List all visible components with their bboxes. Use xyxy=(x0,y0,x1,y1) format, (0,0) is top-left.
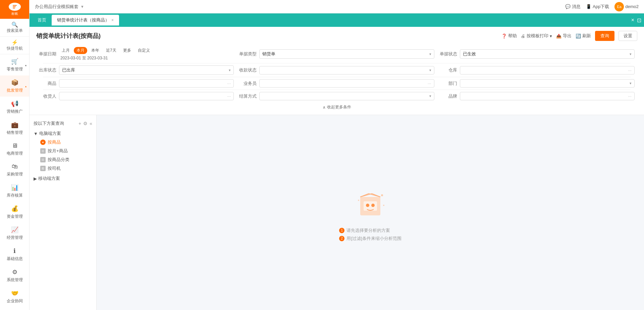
user-menu[interactable]: Ea demo2 xyxy=(614,2,639,11)
brand-label: 品牌 xyxy=(440,93,460,99)
scheme-item-by-goods[interactable]: ● 按商品 xyxy=(30,138,96,147)
receiver-dots-icon[interactable]: ··· xyxy=(227,94,231,99)
header-left: 办公用品行业模拟账套 ▾ xyxy=(35,4,84,10)
warehouse-input[interactable]: ··· xyxy=(460,66,635,74)
tab-active[interactable]: 销货单统计计表（按商品） × xyxy=(52,15,119,25)
dropdown-arrow-icon[interactable]: ▾ xyxy=(81,4,84,9)
goods-input[interactable]: ··· xyxy=(59,79,234,88)
sidebar-item-collab[interactable]: 🤝 企业协同 xyxy=(0,286,29,307)
message-btn[interactable]: 💬 消息 xyxy=(565,4,581,10)
filter-date-cell: 单据日期 上月 本月 本年 近7天 更多 自定义 2023-03-01 至 20… xyxy=(36,45,236,63)
refresh-icon: 🔄 xyxy=(576,34,581,39)
date-tab-last-month[interactable]: 上月 xyxy=(59,47,72,54)
avatar: Ea xyxy=(614,2,624,11)
goods-label: 商品 xyxy=(39,81,59,87)
svg-point-5 xyxy=(381,194,383,196)
active-scheme-icon: ● xyxy=(40,140,46,145)
outstatus-label: 出库状态 xyxy=(39,67,59,73)
sidebar-item-purchase[interactable]: 🛍 采购管理 xyxy=(0,160,29,180)
date-tab-this-year[interactable]: 本年 xyxy=(89,47,102,54)
receiver-input[interactable]: ··· xyxy=(59,92,234,100)
collapse-arrow-icon: ∧ xyxy=(323,105,326,110)
page-actions: ❓ 帮助 🖨 按模板打印 ▾ 📤 导出 🔄 刷新 xyxy=(501,31,637,41)
salesperson-dots-icon[interactable]: ··· xyxy=(428,81,431,86)
sidebar-item-newbie[interactable]: 🎯 新手引导 xyxy=(0,307,29,310)
scheme-subitem-icon-1: 目 xyxy=(40,148,46,154)
settings-btn[interactable]: 设置 xyxy=(619,31,637,41)
sidebar-item-retail[interactable]: 🛒 零售管理 xyxy=(0,54,29,75)
collapse-btn[interactable]: ∧ 收起更多条件 xyxy=(36,102,637,112)
sidebar-item-finance[interactable]: 💰 资金管理 xyxy=(0,202,29,223)
collapse-scheme-icon[interactable]: « xyxy=(90,121,92,126)
mobile-scheme-group[interactable]: ▶ 移动端方案 xyxy=(30,174,96,183)
sidebar-item-system[interactable]: ⚙ 系统管理 xyxy=(0,265,29,286)
logo-icon xyxy=(9,3,21,11)
settlement-select[interactable]: ▾ xyxy=(259,92,434,100)
doc-type-select[interactable]: 销货单 ▾ xyxy=(259,49,434,59)
filter-row-4: 收货人 ··· 结算方式 ▾ 品牌 xyxy=(36,90,637,102)
sidebar-item-basic[interactable]: ℹ 基础信息 xyxy=(0,244,29,265)
scheme-item-by-driver[interactable]: 图 按司机 xyxy=(30,164,96,173)
tab-bar: 首页 销货单统计计表（按商品） × × ⊡ xyxy=(30,13,644,27)
app-download-btn[interactable]: 📱 App下载 xyxy=(586,4,609,10)
filter-goods-cell: 商品 ··· xyxy=(36,77,236,90)
brand-dots-icon[interactable]: ··· xyxy=(628,94,632,99)
filter-salesperson-cell: 业务员 ··· xyxy=(236,77,437,90)
maximize-btn[interactable]: ⊡ xyxy=(637,17,641,23)
minimize-btn[interactable]: × xyxy=(631,17,634,23)
pc-scheme-group[interactable]: ▼ 电脑端方案 xyxy=(30,129,96,138)
goods-dots-icon[interactable]: ··· xyxy=(227,81,231,86)
date-tab-custom[interactable]: 自定义 xyxy=(135,47,153,54)
tab-home[interactable]: 首页 xyxy=(32,15,52,25)
doc-status-select[interactable]: 已生效 ▾ xyxy=(460,49,635,59)
left-panel-title: 按以下方案查询 xyxy=(34,120,64,126)
sidebar-item-marketing[interactable]: 📢 营销推广 xyxy=(0,97,29,118)
filter-row-3: 商品 ··· 业务员 ··· 部门 xyxy=(36,77,637,90)
sidebar-search-item[interactable]: 🔍 搜索菜单 xyxy=(0,19,29,37)
empty-illustration xyxy=(350,182,390,222)
date-tabs: 上月 本月 本年 近7天 更多 自定义 xyxy=(59,47,234,54)
sidebar-item-sales[interactable]: 💼 销售管理 xyxy=(0,118,29,139)
department-select[interactable]: ▾ xyxy=(460,79,635,88)
sidebar: 标账 🔍 搜索菜单 ⚡ 快捷导航 🛒 零售管理 📦 批发管理 📢 营销推广 💼 … xyxy=(0,0,30,310)
sidebar-item-ecommerce[interactable]: 🖥 电商管理 xyxy=(0,139,29,160)
filter-receiptstatus-cell: 收款状态 ▾ xyxy=(236,63,437,77)
date-range[interactable]: 2023-03-01 至 2023-03-31 xyxy=(60,55,234,61)
date-tab-more[interactable]: 更多 xyxy=(120,47,134,54)
scheme-item-by-month-goods[interactable]: 目 按月+商品 xyxy=(30,147,96,155)
logo-area: 标账 xyxy=(0,0,29,19)
sidebar-item-operations[interactable]: 📈 经营管理 xyxy=(0,223,29,244)
filter-row-2: 出库状态 已出库 ▾ 收款状态 ▾ 仓库 xyxy=(36,63,637,77)
query-btn[interactable]: 查询 xyxy=(595,31,614,41)
salesperson-input[interactable]: ··· xyxy=(259,79,434,88)
tab-close-icon[interactable]: × xyxy=(111,18,114,22)
salesperson-label: 业务员 xyxy=(239,81,259,87)
sidebar-item-inventory[interactable]: 📊 库存核算 xyxy=(0,180,29,202)
brand-input[interactable]: ··· xyxy=(460,92,635,100)
sidebar-item-wholesale[interactable]: 📦 批发管理 xyxy=(0,75,29,97)
sidebar-quick-nav-item[interactable]: ⚡ 快捷导航 xyxy=(0,37,29,54)
date-tab-7days[interactable]: 近7天 xyxy=(103,47,119,54)
receipt-status-select[interactable]: ▾ xyxy=(259,66,434,74)
export-btn[interactable]: 📤 导出 xyxy=(556,33,572,39)
help-btn[interactable]: ❓ 帮助 xyxy=(501,33,517,39)
filter-area: 单据日期 上月 本月 本年 近7天 更多 自定义 2023-03-01 至 20… xyxy=(36,45,637,115)
filter-warehouse-cell: 仓库 ··· xyxy=(437,63,637,77)
tip-num-1: 1 xyxy=(339,228,344,233)
warehouse-dots-icon[interactable]: ··· xyxy=(628,68,632,73)
scheme-item-by-category[interactable]: 回 按商品分类 xyxy=(30,155,96,164)
settings-scheme-icon[interactable]: ⚙ xyxy=(83,121,88,126)
refresh-btn[interactable]: 🔄 刷新 xyxy=(576,33,591,39)
out-status-select[interactable]: 已出库 ▾ xyxy=(59,65,234,75)
date-label: 单据日期 xyxy=(39,51,59,57)
add-scheme-icon[interactable]: + xyxy=(78,121,81,126)
left-panel-icons: + ⚙ « xyxy=(78,121,92,126)
svg-point-3 xyxy=(366,204,369,207)
template-print-arrow-icon: ▾ xyxy=(550,34,552,39)
template-print-btn[interactable]: 🖨 按模板打印 ▾ xyxy=(521,33,552,39)
date-tab-this-month[interactable]: 本月 xyxy=(74,47,87,54)
svg-point-6 xyxy=(358,200,359,201)
empty-tip-1: 1 请先选择要分析的方案 xyxy=(339,227,401,234)
receiver-label: 收货人 xyxy=(39,93,59,99)
expand-mobile-arrow-icon: ▶ xyxy=(34,176,37,181)
